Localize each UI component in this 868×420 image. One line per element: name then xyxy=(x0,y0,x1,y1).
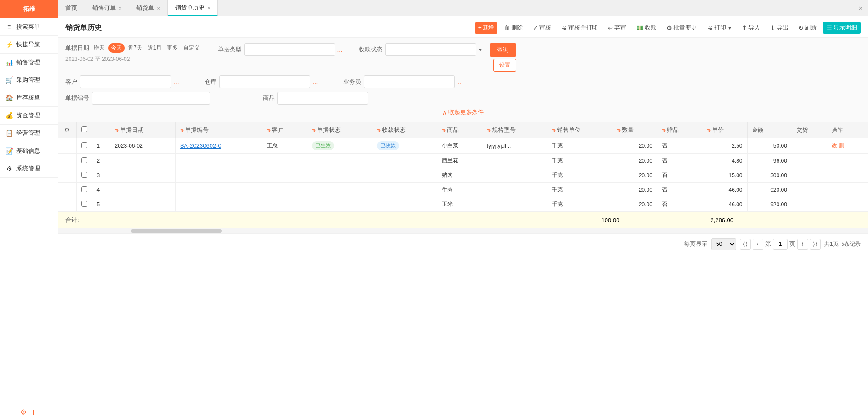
delete-op-button[interactable]: 删 xyxy=(839,142,844,149)
goods-input[interactable] xyxy=(277,92,368,105)
date-shortcut-today[interactable]: 今天 xyxy=(108,43,125,53)
date-shortcut-yesterday[interactable]: 昨天 xyxy=(92,43,106,53)
sidebar-collapse-icon[interactable]: ⏸ xyxy=(30,408,38,416)
date-shortcut-custom[interactable]: 自定义 xyxy=(181,43,201,53)
cell-amount: 96.00 xyxy=(747,154,792,168)
row-checkbox[interactable] xyxy=(81,172,87,178)
date-shortcut-more[interactable]: 更多 xyxy=(165,43,180,53)
sidebar-item-sales-mgmt[interactable]: 📊 销售管理 xyxy=(0,54,58,71)
export-button[interactable]: ⬇ 导出 xyxy=(767,22,792,34)
set-button[interactable]: 设置 xyxy=(493,59,516,72)
tab-sales-history-close[interactable]: × xyxy=(207,5,210,10)
salesperson-dots-button[interactable]: ... xyxy=(457,78,463,85)
date-shortcut-1month[interactable]: 近1月 xyxy=(146,43,164,53)
tab-sales-delivery[interactable]: 销货单 × xyxy=(129,0,167,16)
col-settings[interactable]: ⚙ xyxy=(58,122,76,138)
col-doc-no[interactable]: ⇅单据编号 xyxy=(175,122,262,138)
audit-print-button[interactable]: 🖨 审核并打印 xyxy=(557,22,602,34)
cell-goods: 小白菜 xyxy=(437,138,482,154)
prev-page-button[interactable]: ⟨ xyxy=(753,239,763,250)
col-unit[interactable]: ⇅销售单位 xyxy=(547,122,612,138)
cell-checkbox[interactable] xyxy=(76,138,92,154)
delete-button[interactable]: 🗑 删除 xyxy=(500,22,527,34)
refresh-button[interactable]: ↻ 刷新 xyxy=(795,22,820,34)
col-unit-price[interactable]: ⇅单价 xyxy=(702,122,747,138)
sidebar-item-inventory[interactable]: 🏠 库存核算 xyxy=(0,89,58,107)
col-customer[interactable]: ⇅客户 xyxy=(262,122,307,138)
page-number-input[interactable] xyxy=(773,239,788,250)
cell-checkbox[interactable] xyxy=(76,168,92,183)
show-details-button[interactable]: ☰ 显示明细 xyxy=(823,22,861,34)
col-qty[interactable]: ⇅数量 xyxy=(612,122,657,138)
col-goods[interactable]: ⇅商品 xyxy=(437,122,482,138)
row-checkbox[interactable] xyxy=(81,157,87,163)
collect-button[interactable]: 💵 收款 xyxy=(632,22,660,34)
sidebar-item-search[interactable]: ≡ 搜索菜单 xyxy=(0,18,58,36)
payment-status-dropdown-icon[interactable]: ▼ xyxy=(478,47,482,52)
sidebar-settings-icon[interactable]: ⚙ xyxy=(20,408,27,416)
last-page-button[interactable]: ⟩⟩ xyxy=(810,239,821,250)
sidebar-item-basic-info[interactable]: 📝 基础信息 xyxy=(0,142,58,160)
sidebar-item-quick-nav[interactable]: ⚡ 快捷导航 xyxy=(0,36,58,54)
edit-op-button[interactable]: 改 xyxy=(832,142,837,149)
next-page-button[interactable]: ⟩ xyxy=(797,239,808,250)
new-button[interactable]: + 新增 xyxy=(475,22,497,34)
cell-doc-no[interactable]: SA-20230602-0 xyxy=(175,138,262,154)
sidebar-item-finance[interactable]: 💰 资金管理 xyxy=(0,107,58,125)
tab-bar: 首页 销售订单 × 销货单 × 销货单历史 × × xyxy=(58,0,868,16)
tab-sales-order[interactable]: 销售订单 × xyxy=(85,0,129,16)
payment-status-select[interactable] xyxy=(385,43,476,56)
scrollbar-thumb[interactable] xyxy=(131,229,222,233)
col-doc-status[interactable]: ⇅单据状态 xyxy=(307,122,372,138)
horizontal-scrollbar[interactable] xyxy=(58,228,868,233)
sidebar-item-operation[interactable]: 📋 经营管理 xyxy=(0,125,58,142)
tab-home[interactable]: 首页 xyxy=(58,0,85,16)
cell-gift: 否 xyxy=(657,168,702,183)
col-gift[interactable]: ⇅赠品 xyxy=(657,122,702,138)
cell-delivery xyxy=(792,183,827,197)
doc-number-input[interactable] xyxy=(92,92,210,105)
doc-no-link[interactable]: SA-20230602-0 xyxy=(180,142,221,149)
goods-dots-button[interactable]: ... xyxy=(371,95,376,102)
inventory-icon: 🏠 xyxy=(5,94,13,101)
sidebar-item-purchase-mgmt[interactable]: 🛒 采购管理 xyxy=(0,71,58,89)
collapse-button[interactable]: ∧ 收起更多条件 xyxy=(442,108,484,116)
per-page-select[interactable]: 50 100 200 xyxy=(711,238,736,250)
salesperson-input[interactable] xyxy=(364,75,455,88)
query-button[interactable]: 查询 xyxy=(490,43,516,57)
customer-dots-button[interactable]: ... xyxy=(174,78,179,85)
delete-icon: 🗑 xyxy=(504,25,510,31)
doc-type-select[interactable] xyxy=(244,43,335,56)
page-navigation: ⟨⟨ ⟨ 第 页 ⟩ ⟩⟩ xyxy=(740,239,821,250)
date-shortcut-7days[interactable]: 近7天 xyxy=(126,43,144,53)
print-button[interactable]: 🖨 打印 ▼ xyxy=(703,22,736,34)
sidebar-item-system-mgmt[interactable]: ⚙ 系统管理 xyxy=(0,160,58,178)
row-checkbox[interactable] xyxy=(81,186,87,192)
doc-type-dots-button[interactable]: ... xyxy=(337,46,342,53)
sort-icon: ⇅ xyxy=(442,128,446,133)
import-button[interactable]: ⬆ 导入 xyxy=(738,22,764,34)
tab-sales-history[interactable]: 销货单历史 × xyxy=(168,0,218,16)
tab-sales-delivery-close[interactable]: × xyxy=(157,5,160,11)
select-all-checkbox[interactable] xyxy=(81,126,87,132)
row-checkbox[interactable] xyxy=(81,142,87,148)
warehouse-dots-button[interactable]: ... xyxy=(313,78,318,85)
customer-input[interactable] xyxy=(80,75,171,88)
row-checkbox[interactable] xyxy=(81,201,87,207)
cell-checkbox[interactable] xyxy=(76,183,92,197)
abandon-button[interactable]: ↩ 弃审 xyxy=(604,22,630,34)
tab-sales-order-close[interactable]: × xyxy=(119,5,121,11)
col-spec[interactable]: ⇅规格型号 xyxy=(482,122,547,138)
first-page-button[interactable]: ⟨⟨ xyxy=(740,239,751,250)
tab-sales-order-label: 销售订单 xyxy=(92,4,116,12)
cell-checkbox[interactable] xyxy=(76,154,92,168)
warehouse-input[interactable] xyxy=(219,75,310,88)
col-doc-date[interactable]: ⇅单据日期 xyxy=(110,122,175,138)
batch-change-button[interactable]: ⚙ 批量变更 xyxy=(663,22,701,34)
close-all-tabs-button[interactable]: × xyxy=(853,5,868,12)
cell-delivery xyxy=(792,154,827,168)
audit-button[interactable]: ✓ 审核 xyxy=(529,22,555,34)
col-payment-status[interactable]: ⇅收款状态 xyxy=(372,122,437,138)
cell-gift: 否 xyxy=(657,138,702,154)
cell-checkbox[interactable] xyxy=(76,197,92,212)
